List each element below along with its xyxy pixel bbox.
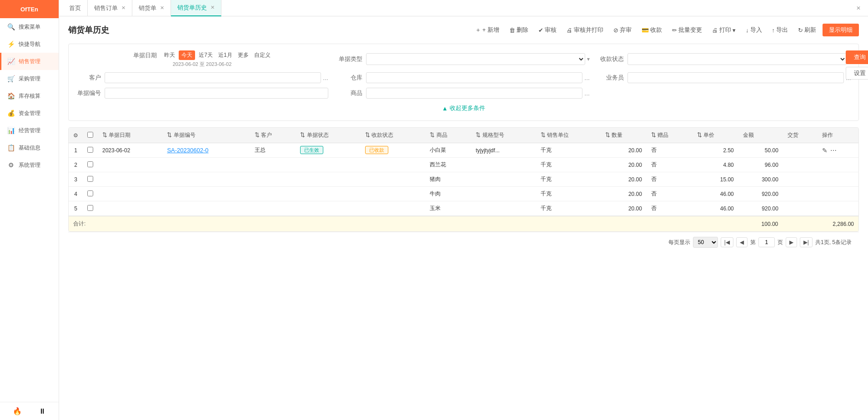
- date-today-btn[interactable]: 今天: [179, 50, 195, 60]
- page-first-button[interactable]: |◀: [721, 237, 733, 247]
- th-doc-date[interactable]: ⇅ 单据日期: [98, 128, 162, 143]
- date-7days-btn[interactable]: 近7天: [197, 50, 215, 60]
- new-button[interactable]: ＋ + 新增: [472, 24, 503, 36]
- review-print-button[interactable]: 🖨 审核并打印: [563, 24, 607, 36]
- date-custom-btn[interactable]: 自定义: [252, 50, 272, 60]
- sidebar-item-inventory[interactable]: 🏠 库存核算: [0, 87, 59, 105]
- th-payment-status[interactable]: ⇅ 收款状态: [361, 128, 425, 143]
- collect-button[interactable]: 💳 收款: [638, 24, 666, 36]
- th-quantity[interactable]: ⇅ 数量: [601, 128, 647, 143]
- more-icon[interactable]: ⋯: [830, 147, 837, 154]
- row-payment-status: [361, 201, 425, 216]
- product-dots[interactable]: ...: [584, 90, 590, 97]
- row-product: 西兰花: [425, 158, 471, 172]
- sort-icon: ⇅: [605, 131, 610, 138]
- row-doc-no: [162, 201, 250, 216]
- add-icon: ＋: [475, 26, 481, 34]
- tab-close-all-button[interactable]: ✕: [853, 3, 864, 13]
- page-last-button[interactable]: ▶|: [800, 237, 813, 247]
- page-next-button[interactable]: ▶: [786, 237, 797, 247]
- date-more-btn[interactable]: 更多: [236, 50, 251, 60]
- th-doc-no[interactable]: ⇅ 单据编号: [162, 128, 250, 143]
- warehouse-input[interactable]: [366, 72, 582, 83]
- query-button[interactable]: 查询: [846, 50, 868, 64]
- row-product: 小白菜: [425, 143, 471, 158]
- refresh-button[interactable]: ↻ 刷新: [794, 24, 820, 36]
- tab-home[interactable]: 首页: [63, 0, 88, 16]
- sidebar-item-search-menu[interactable]: 🔍 搜索菜单: [0, 18, 59, 35]
- tab-close-icon[interactable]: ✕: [121, 5, 125, 11]
- row-doc-date: [98, 158, 162, 172]
- th-settings[interactable]: ⚙: [69, 128, 83, 143]
- row-select-checkbox[interactable]: [87, 205, 93, 211]
- import-button[interactable]: ↓ 导入: [742, 24, 766, 36]
- row-customer: [250, 172, 296, 187]
- sidebar-item-capital-mgmt[interactable]: 💰 资金管理: [0, 105, 59, 122]
- row-sales-unit: 千克: [536, 143, 601, 158]
- export-button[interactable]: ↑ 导出: [768, 24, 792, 36]
- salesperson-input[interactable]: [627, 72, 844, 83]
- product-input[interactable]: [366, 88, 582, 99]
- warehouse-dots[interactable]: ...: [584, 74, 590, 81]
- page-prev-button[interactable]: ◀: [736, 237, 748, 247]
- sidebar-item-sales-mgmt[interactable]: 📈 销售管理: [0, 53, 59, 70]
- th-product[interactable]: ⇅ 商品: [425, 128, 471, 143]
- row-num: 4: [69, 187, 83, 201]
- tab-sales-order[interactable]: 销售订单 ✕: [88, 0, 132, 16]
- sidebar-item-purchase-mgmt[interactable]: 🛒 采购管理: [0, 70, 59, 87]
- table-row: 4 牛肉 千克 20.00 否 46.00 920.00: [69, 187, 858, 201]
- row-select-checkbox[interactable]: [87, 190, 93, 196]
- th-customer[interactable]: ⇅ 客户: [250, 128, 296, 143]
- show-detail-button[interactable]: 显示明细: [823, 24, 859, 36]
- tab-close-icon[interactable]: ✕: [160, 5, 164, 11]
- th-spec-model[interactable]: ⇅ 规格型号: [471, 128, 536, 143]
- batch-change-button[interactable]: ✏ 批量变更: [668, 24, 706, 36]
- row-amount: 50.00: [738, 143, 783, 158]
- customer-input[interactable]: [105, 72, 321, 83]
- payment-status-select[interactable]: [627, 53, 847, 65]
- row-select-checkbox[interactable]: [87, 176, 93, 182]
- tab-close-icon[interactable]: ✕: [211, 5, 215, 10]
- th-transaction: 交货: [783, 128, 818, 143]
- th-doc-status[interactable]: ⇅ 单据状态: [296, 128, 360, 143]
- review-button[interactable]: ✔ 审核: [535, 24, 560, 36]
- print-button[interactable]: 🖨 打印 ▾: [708, 24, 739, 36]
- row-action: [818, 187, 858, 201]
- tab-sales-history[interactable]: 销货单历史 ✕: [171, 0, 221, 16]
- doc-type-select[interactable]: [366, 53, 585, 65]
- edit-icon[interactable]: ✎: [822, 147, 828, 154]
- row-spec-model: tyjyjtyjdf...: [471, 143, 536, 158]
- sidebar-item-basic-info[interactable]: 📋 基础信息: [0, 139, 59, 156]
- basic-info-icon: 📋: [7, 144, 15, 152]
- th-gift[interactable]: ⇅ 赠品: [647, 128, 692, 143]
- abandon-button[interactable]: ⊘ 弃审: [610, 24, 635, 36]
- row-select-checkbox[interactable]: [87, 161, 93, 167]
- filter-settings-button[interactable]: 设置: [846, 67, 868, 80]
- date-yesterday-btn[interactable]: 昨天: [162, 50, 177, 60]
- sidebar-item-quick-nav[interactable]: ⚡ 快捷导航: [0, 35, 59, 53]
- th-checkbox: [83, 128, 98, 143]
- date-1month-btn[interactable]: 近1月: [216, 50, 234, 60]
- sidebar-pause-icon[interactable]: ⏸: [39, 407, 46, 415]
- sidebar-fire-icon[interactable]: 🔥: [13, 407, 22, 415]
- sidebar-item-ops-mgmt[interactable]: 📊 经营管理: [0, 122, 59, 139]
- page-input[interactable]: [758, 237, 775, 247]
- sidebar-logo: OfTEn: [0, 0, 59, 18]
- doc-no-link[interactable]: SA-20230602-0: [167, 147, 208, 154]
- per-page-select[interactable]: 50 100: [693, 237, 718, 248]
- sidebar-item-sys-mgmt[interactable]: ⚙ 系统管理: [0, 156, 59, 174]
- row-doc-date: [98, 172, 162, 187]
- th-action: 操作: [818, 128, 858, 143]
- table-header: ⚙ ⇅ 单据日期 ⇅ 单据编号 ⇅ 客户 ⇅ 单据状态 ⇅ 收款状态 ⇅ 商品 …: [69, 128, 858, 143]
- tab-sales-shipment[interactable]: 销货单 ✕: [132, 0, 171, 16]
- customer-dots[interactable]: ...: [323, 74, 328, 81]
- table-body: 1 2023-06-02 SA-20230602-0 王总 已生效 已收款 小白…: [69, 143, 858, 216]
- select-all-checkbox[interactable]: [87, 132, 93, 138]
- ops-mgmt-icon: 📊: [7, 126, 15, 135]
- th-sales-unit[interactable]: ⇅ 销售单位: [536, 128, 601, 143]
- row-select-checkbox[interactable]: [87, 147, 93, 153]
- doc-no-input[interactable]: [105, 88, 328, 99]
- collapse-button[interactable]: ▲ 收起更多条件: [440, 102, 487, 114]
- th-unit-price[interactable]: ⇅ 单价: [692, 128, 738, 143]
- delete-button[interactable]: 🗑 删除: [506, 24, 532, 36]
